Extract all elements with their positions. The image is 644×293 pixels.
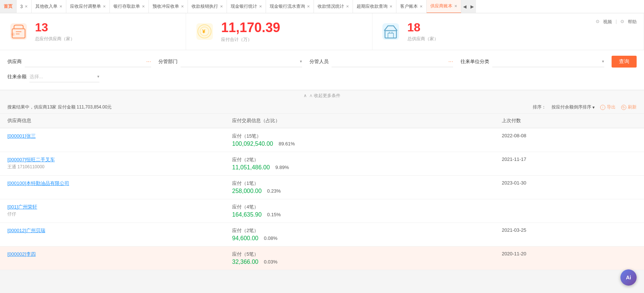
stat-total-suppliers-info: 18 总供应商（家）	[407, 21, 438, 42]
close-icon[interactable]: ✕	[307, 4, 310, 8]
table-row-inner: [000001]张三 应付（15笔） 100,092,540.00 89.61%…	[7, 133, 637, 147]
close-icon[interactable]: ✕	[25, 4, 28, 8]
close-icon[interactable]: ✕	[59, 4, 62, 8]
trans-amount: 258,000.00	[232, 188, 262, 194]
nav-tab-cash-flow-query[interactable]: 现金银行流水查询 ✕	[266, 0, 314, 13]
nav-tab-customer-ledger-label: 客户账本	[400, 3, 418, 10]
balance-select-placeholder: 选择...	[29, 73, 43, 80]
supplier-link[interactable]: [000100]本特勤油品有限公司	[7, 180, 232, 187]
nav-tab-home[interactable]: 首页	[0, 0, 17, 13]
export-label: 导出	[607, 104, 616, 110]
nav-tab-3[interactable]: 3 ✕	[17, 0, 32, 13]
close-icon[interactable]: ✕	[220, 4, 223, 8]
nav-tab-collection-verify-label: 收款核销执行	[192, 3, 218, 10]
table-row[interactable]: [000007]恒旺二手叉车 王通 17106110000 应付（2笔） 11,…	[0, 152, 644, 176]
nav-tab-collection-verify[interactable]: 收款核销执行 ✕	[188, 0, 227, 13]
nav-tab-3-label: 3	[20, 4, 23, 9]
supplier-dots-icon[interactable]: ···	[146, 58, 151, 65]
nav-tab-home-label: 首页	[4, 3, 13, 10]
balance-select-wrapper[interactable]: 选择... ▾	[29, 71, 99, 82]
nav-tab-bank-deposit[interactable]: 银行存取款单 ✕	[110, 0, 149, 13]
supplier-link[interactable]: [000001]张三	[7, 133, 232, 139]
export-circle-icon: ↑	[600, 105, 605, 110]
filter-area: 供应商 ··· 分管部门 ▾ 分管人员 ··· 往来单位分类	[0, 50, 644, 90]
nav-scroll-left[interactable]: ◀	[461, 0, 469, 13]
trans-col-inner: 94,600.00 0.08%	[232, 235, 502, 242]
person-input[interactable]	[332, 56, 447, 67]
trans-amount: 11,051,486.00	[232, 164, 270, 171]
nav-tab-overdue-query-label: 超期应收款查询	[357, 3, 388, 10]
table-row[interactable]: [001]广州荣轩 仔仔 应付（4笔） 164,635.90 0.15%	[0, 199, 644, 223]
table-container: 供应商信息 应付交易信息（占比） 上次付数 [000001]张三 应付（15笔）…	[0, 114, 644, 270]
video-link[interactable]: 视频	[603, 19, 612, 25]
stats-banner: ¥ 13 总应付供应商（家） ¥ 11,170.39 应付合计（万）	[0, 13, 644, 50]
close-icon[interactable]: ✕	[420, 4, 423, 8]
balance-dropdown-arrow-icon: ▾	[97, 74, 99, 79]
trans-col-inner: 258,000.00 0.23%	[232, 188, 502, 194]
table-row[interactable]: [000012]广州贝瑞 应付（2笔） 94,600.00 0.08% 2021…	[0, 223, 644, 247]
trans-count: 应付（5笔）	[232, 251, 502, 258]
close-icon[interactable]: ✕	[259, 4, 262, 8]
nav-scroll-right[interactable]: ▶	[469, 0, 476, 13]
close-icon[interactable]: ✕	[346, 4, 349, 8]
query-button[interactable]: 查询	[612, 56, 637, 68]
nav-tab-supplier-ledger[interactable]: 供应商账本 ✕	[427, 0, 461, 13]
help-link[interactable]: 帮助	[628, 19, 637, 25]
nav-tab-bank-deposit-label: 银行存取款单	[113, 3, 140, 10]
table-row-inner: [000012]广州贝瑞 应付（2笔） 94,600.00 0.08% 2021…	[7, 227, 637, 242]
total-suppliers-label: 总供应商（家）	[407, 36, 438, 42]
stat-card-payable-suppliers: ¥ 13 总应付供应商（家）	[0, 13, 186, 50]
nav-tab-cash-bank-stat[interactable]: 现金银行统计 ✕	[227, 0, 266, 13]
table-row[interactable]: [000002]李四 应付（5笔） 32,366.00 0.03% 2020-1…	[0, 247, 644, 270]
close-icon[interactable]: ✕	[389, 4, 392, 8]
export-button[interactable]: ↑ 导出	[600, 104, 616, 110]
supplier-input[interactable]	[25, 56, 144, 67]
shop-icon	[380, 21, 402, 43]
nav-tab-supplier-ledger-label: 供应商账本	[430, 3, 452, 9]
supplier-link[interactable]: [001]广州荣轩	[7, 204, 232, 210]
nav-tab-ar-ap-adjust[interactable]: 应收应付调整单 ✕	[66, 0, 110, 13]
table-row[interactable]: [000100]本特勤油品有限公司 应付（1笔） 258,000.00 0.23…	[0, 176, 644, 199]
supplier-cell: [000002]李四	[7, 251, 232, 258]
table-row-inner: [000007]恒旺二手叉车 王通 17106110000 应付（2笔） 11,…	[7, 156, 637, 171]
close-icon[interactable]: ✕	[181, 4, 184, 8]
supplier-link[interactable]: [000002]李四	[7, 251, 232, 258]
close-icon[interactable]: ✕	[454, 4, 457, 8]
nav-tab-collection-stat[interactable]: 收款情况统计 ✕	[314, 0, 353, 13]
transaction-cell: 应付（2笔） 94,600.00 0.08%	[232, 227, 502, 242]
category-select-wrapper[interactable]: ▾	[492, 56, 604, 67]
trans-percent: 0.15%	[267, 212, 281, 218]
nav-tab-cash-bank-stat-label: 现金银行统计	[231, 3, 257, 10]
trans-percent: 0.03%	[264, 259, 277, 265]
sort-select[interactable]: 按应付余额倒序排序 ▾	[552, 104, 595, 110]
refresh-button[interactable]: ↻ 刷新	[621, 104, 637, 110]
refresh-circle-icon: ↻	[621, 105, 626, 110]
supplier-link[interactable]: [000012]广州贝瑞	[7, 227, 232, 234]
trans-percent: 9.89%	[275, 165, 289, 171]
collapse-bar[interactable]: ∧ ∧ 收起更多条件	[0, 90, 644, 101]
table-row[interactable]: [000001]张三 应付（15笔） 100,092,540.00 89.61%…	[0, 128, 644, 152]
transaction-cell: 应付（1笔） 258,000.00 0.23%	[232, 180, 502, 194]
trans-amount: 100,092,540.00	[232, 141, 273, 147]
close-icon[interactable]: ✕	[142, 4, 145, 8]
col-header-lastpay: 上次付数	[502, 117, 637, 124]
transaction-cell: 应付（2笔） 11,051,486.00 9.89%	[232, 156, 502, 171]
collapse-chevron-icon: ∧	[304, 93, 307, 98]
nav-tab-advance-collect[interactable]: 预收冲应收单 ✕	[149, 0, 188, 13]
filter-row-1: 供应商 ··· 分管部门 ▾ 分管人员 ··· 往来单位分类	[7, 56, 637, 68]
dept-select-wrapper[interactable]: ▾	[181, 56, 302, 67]
nav-tab-other-income[interactable]: 其他收入单 ✕	[32, 0, 66, 13]
person-filter-label: 分管人员	[309, 58, 329, 65]
supplier-link[interactable]: [000007]恒旺二手叉车	[7, 156, 232, 163]
stat-card-payable-amount: ¥ 11,170.39 应付合计（万）	[186, 13, 372, 50]
dept-dropdown-arrow-icon: ▾	[300, 59, 302, 64]
nav-tab-advance-collect-label: 预收冲应收单	[153, 3, 179, 10]
nav-tab-overdue-query[interactable]: 超期应收款查询 ✕	[353, 0, 396, 13]
lastpay-cell: 2020-11-20	[502, 251, 637, 256]
nav-tab-customer-ledger[interactable]: 客户账本 ✕	[396, 0, 427, 13]
table-row-inner: [000100]本特勤油品有限公司 应付（1笔） 258,000.00 0.23…	[7, 180, 637, 194]
close-icon[interactable]: ✕	[103, 4, 106, 8]
person-input-wrapper: ···	[332, 56, 453, 67]
stat-payable-amount-info: 11,170.39 应付合计（万）	[221, 20, 280, 43]
person-dots-icon[interactable]: ···	[448, 58, 453, 65]
